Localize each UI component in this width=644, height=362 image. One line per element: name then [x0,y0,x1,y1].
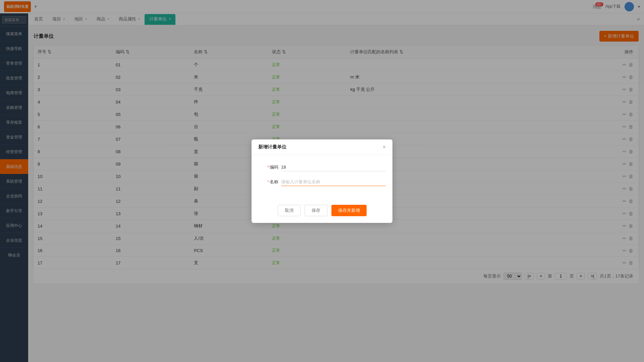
modal-close-button[interactable]: × [383,144,386,150]
save-and-new-button[interactable]: 保存并新增 [331,205,367,216]
name-label: *名称 [258,179,278,185]
modal-title: 新增计量单位 [258,144,286,150]
form-row-code: *编码 [258,163,386,171]
modal-overlay: 新增计量单位 × *编码 *名称 取消 保存 保存并新增 [0,0,644,362]
cancel-button[interactable]: 取消 [278,205,301,216]
name-input[interactable] [281,178,386,186]
modal-footer: 取消 保存 保存并新增 [252,201,392,223]
modal-header: 新增计量单位 × [252,139,392,155]
add-unit-modal: 新增计量单位 × *编码 *名称 取消 保存 保存并新增 [252,139,392,223]
form-row-name: *名称 [258,178,386,186]
modal-body: *编码 *名称 [252,155,392,201]
save-button[interactable]: 保存 [305,205,327,216]
code-label: *编码 [258,164,278,170]
code-input[interactable] [281,163,386,171]
